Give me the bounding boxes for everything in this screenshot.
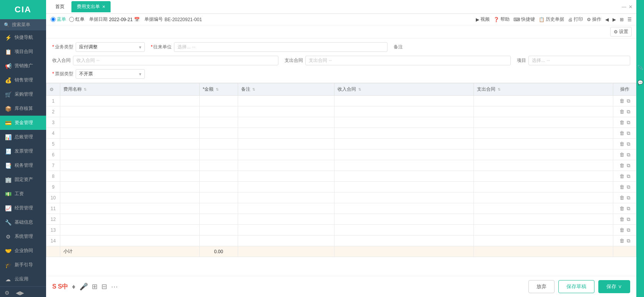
delete-icon[interactable]: 🗑 [619,130,624,136]
copy-icon[interactable]: ⧉ [627,195,630,201]
grid-icon[interactable]: ⊞ [92,282,98,291]
cell-income-contract[interactable] [334,236,474,246]
settings-button[interactable]: ⚙ 设置 [610,27,632,37]
partner-select[interactable]: 选择... ··· [174,42,387,52]
cell-income-contract[interactable] [334,171,474,182]
cell-income-contract[interactable] [334,160,474,171]
mic-icon[interactable]: 🎤 [79,282,88,291]
cell-expense-name[interactable] [60,192,200,203]
cell-expense-contract[interactable] [474,139,613,149]
cell-amount[interactable] [199,214,238,225]
cell-expense-name[interactable] [60,171,200,182]
expense-contract-input[interactable]: 支出合同 ··· [305,56,511,65]
cell-amount[interactable] [199,203,238,214]
cell-expense-contract[interactable] [474,192,613,203]
business-type-select[interactable]: 应付调整 ▾ [76,42,145,52]
copy-icon[interactable]: ⧉ [627,152,630,158]
cell-amount[interactable] [199,171,238,182]
cell-expense-name[interactable] [60,160,200,171]
cell-expense-contract[interactable] [474,149,613,160]
th-gear[interactable]: ⚙ [46,83,60,96]
th-remark[interactable]: 备注 ⇅ [238,83,334,96]
cell-amount[interactable] [199,192,238,203]
cell-remark[interactable] [238,128,334,139]
cell-expense-contract[interactable] [474,214,613,225]
cell-remark[interactable] [238,225,334,236]
volume-icon[interactable]: ◀▶ [16,290,24,296]
sidebar-item-jingying[interactable]: 📈经营管理 [0,201,46,215]
cell-expense-contract[interactable] [474,160,613,171]
cell-expense-name[interactable] [60,225,200,236]
cell-expense-name[interactable] [60,182,200,192]
sidebar-item-shuiwu[interactable]: 📑税务管理 [0,158,46,173]
sidebar-item-zhangzhang[interactable]: 📊总账管理 [0,130,46,144]
cell-expense-name[interactable] [60,149,200,160]
cell-remark[interactable] [238,106,334,117]
list-view-btn[interactable]: ☰ [627,17,632,22]
delete-icon[interactable]: 🗑 [619,195,624,201]
copy-icon[interactable]: ⧉ [627,227,630,233]
prev-btn[interactable]: ◀ [605,17,609,22]
cell-remark[interactable] [238,160,334,171]
sidebar-item-qiye[interactable]: 🤝企业协同 [0,244,46,258]
right-panel-icon2[interactable]: 💬 [637,76,644,88]
invoice-type-select[interactable]: 不开票 ▾ [76,69,145,79]
history-btn[interactable]: 📋 历史单据 [539,16,564,23]
sidebar-item-kuaijie[interactable]: ⚡快捷导航 [0,30,46,45]
delete-icon[interactable]: 🗑 [619,98,624,104]
gear-icon[interactable]: ⚙ [50,87,54,92]
cell-remark[interactable] [238,192,334,203]
sidebar-item-gudingzichan[interactable]: 🏢固定资产 [0,173,46,187]
cell-expense-contract[interactable] [474,182,613,192]
cell-amount[interactable] [199,182,238,192]
copy-icon[interactable]: ⧉ [627,98,630,104]
sidebar-search[interactable]: 🔍 搜索菜单 [0,19,46,30]
sidebar-item-fapiao[interactable]: 🧾发票管理 [0,144,46,158]
cell-remark[interactable] [238,182,334,192]
cell-amount[interactable] [199,139,238,149]
copy-icon[interactable]: ⧉ [627,216,630,222]
cell-expense-name[interactable] [60,203,200,214]
cell-income-contract[interactable] [334,139,474,149]
radio-red[interactable]: 红单 [69,16,84,23]
dots-icon[interactable]: ⋯ [111,282,118,291]
sidebar-item-caigou[interactable]: 🛒采购管理 [0,87,46,101]
cell-remark[interactable] [238,149,334,160]
cell-expense-contract[interactable] [474,96,613,106]
cell-amount[interactable] [199,128,238,139]
cell-income-contract[interactable] [334,214,474,225]
right-panel-icon[interactable]: 📎 [637,61,644,73]
minus-icon[interactable]: ⊟ [101,282,107,291]
income-contract-input[interactable]: 收入合同 ··· [73,56,278,65]
cell-amount[interactable] [199,96,238,106]
cell-expense-contract[interactable] [474,117,613,128]
cell-expense-contract[interactable] [474,106,613,117]
copy-icon[interactable]: ⧉ [627,173,630,179]
cell-expense-contract[interactable] [474,171,613,182]
delete-icon[interactable]: 🗑 [619,238,624,244]
tab-expense[interactable]: 费用支出单 ✕ [71,1,111,12]
cell-remark[interactable] [238,236,334,246]
copy-icon[interactable]: ⧉ [627,163,630,169]
cell-remark[interactable] [238,96,334,106]
sidebar-item-kucun[interactable]: 📦库存核算 [0,101,46,116]
delete-icon[interactable]: 🗑 [619,184,624,190]
cell-income-contract[interactable] [334,192,474,203]
cell-amount[interactable] [199,149,238,160]
sidebar-item-yingxiao[interactable]: 📢营销推广 [0,59,46,73]
cell-income-contract[interactable] [334,117,474,128]
copy-icon[interactable]: ⧉ [627,141,630,147]
cell-income-contract[interactable] [334,182,474,192]
delete-icon[interactable]: 🗑 [619,227,624,233]
video-btn[interactable]: ▶ 视频 [476,16,490,23]
window-close-icon[interactable]: ✕ [629,4,632,10]
grid-view-btn[interactable]: ⊞ [620,17,624,22]
th-expense-name[interactable]: 费用名称 ⇅ [60,83,200,96]
cell-amount[interactable] [199,160,238,171]
sidebar-item-xinshou[interactable]: 🎓新手引导 [0,258,46,272]
cell-expense-name[interactable] [60,139,200,149]
delete-icon[interactable]: 🗑 [619,163,624,169]
sidebar-item-jichu[interactable]: 🔧基础信息 [0,215,46,229]
sidebar-item-gongzi[interactable]: 💵工资 [0,187,46,201]
cell-remark[interactable] [238,117,334,128]
